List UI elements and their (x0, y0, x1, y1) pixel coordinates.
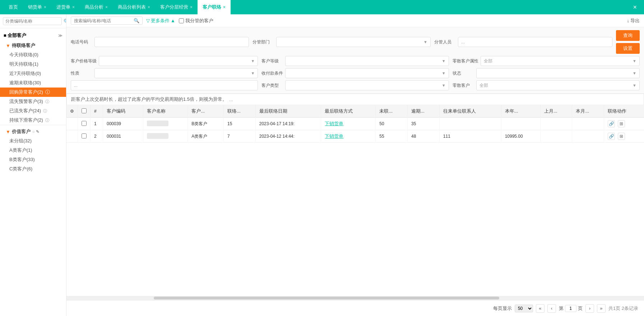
nature-arrow: ▼ (251, 71, 255, 75)
dept-dropdown[interactable]: ▼ (276, 37, 431, 47)
scrollbar-thumb[interactable] (154, 297, 499, 300)
close-purchase-icon[interactable]: × (72, 5, 75, 10)
sidebar-search-input[interactable] (3, 17, 62, 25)
row1-select-checkbox[interactable] (82, 121, 87, 126)
sidebar-item-abnormal[interactable]: 回购异常客户(2) ⓘ (0, 88, 66, 97)
row2-last-method-link[interactable]: 下销货单 (325, 133, 343, 139)
sidebar-item-tomorrow[interactable]: 明天待联络(1) (0, 60, 66, 69)
edit-icon[interactable]: ○ ✎ (32, 129, 39, 134)
nature-dropdown[interactable]: ▼ (94, 68, 258, 78)
table-area[interactable]: ⚙ # 客户编码 客户名称 客户... (66, 105, 644, 296)
nav-customer-tier[interactable]: 客户分层经营 × (155, 0, 198, 14)
row2-select-checkbox[interactable] (82, 133, 87, 138)
filter-manager: 分管人员 ... (434, 37, 612, 47)
global-close-button[interactable]: × (629, 4, 640, 11)
tooltip-bar: 距客户上次交易时长，超过了此客户的平均交易周期的1.5倍，则视为异常。 ... (66, 94, 644, 105)
nav-purchase[interactable]: 进货单 × (51, 0, 80, 14)
customer-level-dropdown[interactable]: ▼ (285, 56, 449, 66)
sidebar-item-lost[interactable]: 已流失客户(24) ⓘ (0, 106, 66, 115)
nav-home[interactable]: 首页 (4, 0, 23, 14)
query-button[interactable]: 查询 (616, 30, 640, 41)
sidebar-item-lost-warning[interactable]: 流失预警客户(3) ⓘ (0, 97, 66, 106)
customer-table: ⚙ # 客户编码 客户名称 客户... (66, 105, 644, 143)
row2-action: 🔗 ⊞ (604, 130, 644, 143)
sidebar-item-ungrouped[interactable]: 未分组(32) (0, 136, 66, 146)
total-info: 共1页 2条记录 (608, 305, 638, 312)
page-number-input[interactable] (565, 305, 576, 312)
close-analysis-list-icon[interactable]: × (148, 5, 150, 10)
price-level-dropdown[interactable]: ▼ (99, 56, 258, 66)
filter-payment: 收付款条件 ▼ (261, 68, 449, 78)
close-customer-tier-icon[interactable]: × (190, 5, 193, 10)
close-customer-contact-icon[interactable]: × (223, 5, 226, 10)
sidebar-pending-group[interactable]: ▼ 待联络客户 (0, 41, 66, 50)
th-code: 客户编码 (103, 105, 143, 118)
payment-dropdown[interactable]: ▼ (285, 68, 449, 78)
filter-more-conditions[interactable]: ▽ 更多条件 ▲ (146, 18, 175, 24)
tooltip-more-button[interactable]: ... (229, 97, 233, 102)
more-dots-input[interactable]: ... (71, 80, 258, 90)
row1-last-method-link[interactable]: 下销货单 (325, 121, 343, 126)
phone-input[interactable] (94, 37, 249, 47)
row1-grid-icon[interactable]: ⊞ (618, 120, 625, 127)
per-page-select[interactable]: 50 20 100 (515, 305, 533, 312)
close-analysis-icon[interactable]: × (105, 5, 108, 10)
main-layout: 🔍 ■ 全部客户 ≫ ▼ 待联络客户 今天待联络(0) 明天待联络(1) 近7天… (0, 14, 644, 316)
horizontal-scrollbar[interactable] (66, 296, 644, 300)
next-page-button[interactable]: › (585, 304, 594, 313)
nav-analysis[interactable]: 商品分析 × (80, 0, 113, 14)
select-all-checkbox[interactable] (82, 108, 87, 113)
settings-button[interactable]: 设置 (616, 43, 640, 54)
row2-level: A类客户 (188, 130, 224, 143)
filter-customer-level: 客户等级 ▼ (261, 56, 449, 66)
sidebar-item-c[interactable]: C类客户(6) (0, 164, 66, 174)
sidebar-item-declining[interactable]: 持续下滑客户(2) ⓘ (0, 115, 66, 125)
row2-last-month (540, 130, 572, 143)
sidebar-item-today[interactable]: 今天待联络(0) (0, 50, 66, 60)
sidebar-item-overdue[interactable]: 逾期未联络(30) (0, 78, 66, 88)
export-icon: ↓ (627, 18, 630, 23)
pagination-bar: 每页显示 50 20 100 « ‹ 第 页 › » 共1页 2条记录 (66, 300, 644, 316)
last-page-button[interactable]: » (597, 304, 606, 313)
row2-grid-icon[interactable]: ⊞ (618, 133, 625, 140)
my-customers-checkbox[interactable] (179, 18, 184, 23)
nav-analysis-list[interactable]: 商品分析列表 × (113, 0, 155, 14)
manager-input[interactable]: ... (458, 37, 612, 47)
scatter-attr-arrow: ▼ (633, 59, 636, 63)
close-sales-icon[interactable]: × (44, 5, 46, 10)
th-action: 联络动作 (604, 105, 644, 118)
row2-settings (66, 130, 78, 143)
row1-level: B类客户 (188, 118, 224, 130)
filter-search-input[interactable] (74, 18, 134, 23)
th-this-year: 本年... (501, 105, 540, 118)
th-num: # (91, 105, 103, 118)
th-settings[interactable]: ⚙ (66, 105, 78, 118)
sidebar-search-icon[interactable]: 🔍 (64, 19, 66, 24)
th-uncontacted: 未联... (376, 105, 408, 118)
prev-page-button[interactable]: ‹ (547, 304, 556, 313)
sidebar-item-b[interactable]: B类客户(33) (0, 155, 66, 164)
collapse-icon: ≫ (58, 33, 62, 38)
top-nav: 首页 销货单 × 进货单 × 商品分析 × 商品分析列表 × 客户分层经营 × … (0, 0, 644, 14)
table-row: 2 000031 A类客户 7 2023-04-12 14:44: 下销货单 5… (66, 130, 644, 143)
filter-export-button[interactable]: ↓ 导出 (627, 18, 640, 24)
filter-bar: 🔍 ▽ 更多条件 ▲ 我分管的客户 ↓ 导出 (66, 14, 644, 27)
filter-search-area: 🔍 (71, 16, 143, 25)
customer-type-dropdown[interactable]: ▼ (285, 80, 449, 90)
th-overdue: 逾期... (408, 105, 440, 118)
nav-customer-contact[interactable]: 客户联络 × (198, 0, 231, 14)
table-header-row: ⚙ # 客户编码 客户名称 客户... (66, 105, 644, 118)
tooltip-text: 距客户上次交易时长，超过了此客户的平均交易周期的1.5倍，则视为异常。 (71, 96, 227, 103)
row1-link-icon[interactable]: 🔗 (608, 120, 615, 127)
sidebar-item-a[interactable]: A类客户(1) (0, 146, 66, 155)
sidebar-item-7days[interactable]: 近7天待联络(0) (0, 69, 66, 78)
sidebar-all-customers[interactable]: ■ 全部客户 ≫ (0, 30, 66, 41)
row2-link-icon[interactable]: 🔗 (608, 133, 615, 140)
nav-sales[interactable]: 销货单 × (23, 0, 51, 14)
first-page-button[interactable]: « (536, 304, 545, 313)
sidebar-value-group-title[interactable]: ▼ 价值客户 ○ ✎ (0, 127, 66, 136)
filter-search-icon[interactable]: 🔍 (134, 18, 139, 23)
scatter-attr-dropdown[interactable]: 全部 ▼ (481, 56, 640, 66)
status-dropdown[interactable]: ▼ (476, 68, 640, 78)
scatter-customer-dropdown[interactable]: 全部 ▼ (476, 80, 640, 90)
